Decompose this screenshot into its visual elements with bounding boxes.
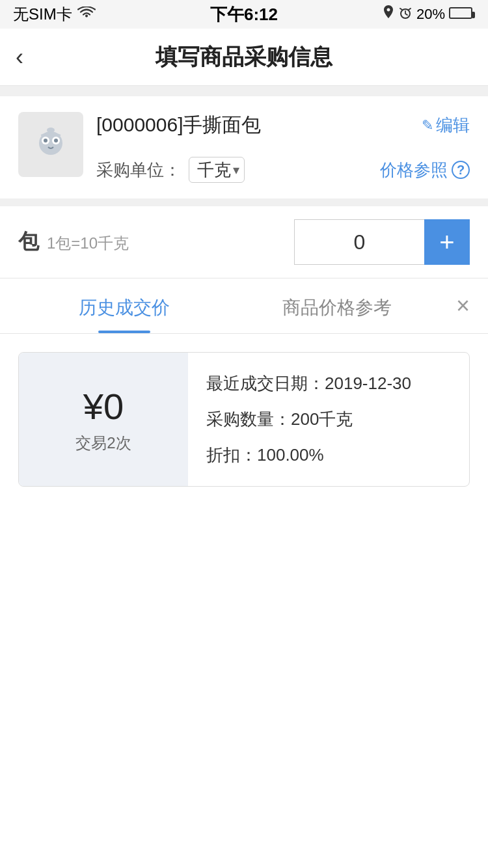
quantity-note: 1包=10千克	[47, 233, 129, 254]
product-unit-row: 采购单位： 千克 价格参照 ?	[96, 157, 470, 183]
tab-active-indicator	[98, 331, 150, 333]
unit-select-wrapper[interactable]: 千克	[189, 157, 245, 183]
tab-history-price-label: 历史成交价	[79, 297, 170, 318]
quantity-plus-button[interactable]: +	[424, 219, 470, 265]
alarm-icon	[398, 5, 413, 23]
bottom-spacer	[0, 505, 488, 868]
tab-product-price-ref-label: 商品价格参考	[282, 297, 392, 318]
history-date: 最近成交日期：2019-12-30	[206, 371, 451, 396]
product-header: [0000006]手撕面包 ✎ 编辑 采购单位： 千克 价格参照	[18, 112, 470, 183]
quantity-section: 包 1包=10千克 0 +	[0, 198, 488, 278]
status-left: 无SIM卡	[13, 4, 96, 25]
carrier-label: 无SIM卡	[13, 4, 72, 25]
price-ref-label: 价格参照	[380, 159, 448, 182]
tab-close-button[interactable]: ×	[443, 286, 470, 326]
status-bar: 无SIM卡 下午6:12 20%	[0, 0, 488, 29]
svg-point-4	[44, 139, 47, 142]
history-card: ¥0 交易2次 最近成交日期：2019-12-30 采购数量：200千克 折扣：…	[18, 352, 470, 487]
history-trades-count: 交易2次	[75, 433, 131, 454]
status-time: 下午6:12	[210, 3, 278, 26]
tabs-header: 历史成交价 商品价格参考 ×	[0, 278, 488, 334]
history-discount: 折扣：100.00%	[206, 442, 451, 468]
product-card: [0000006]手撕面包 ✎ 编辑 采购单位： 千克 价格参照	[0, 96, 488, 198]
edit-icon: ✎	[422, 117, 433, 134]
svg-point-5	[54, 139, 58, 142]
edit-label: 编辑	[436, 114, 470, 137]
history-right: 最近成交日期：2019-12-30 采购数量：200千克 折扣：100.00%	[188, 353, 469, 486]
unit-left: 采购单位： 千克	[96, 157, 245, 183]
svg-point-6	[47, 128, 55, 133]
tabs-section: 历史成交价 商品价格参考 × ¥0 交易2次 最近成交日期：2019-12-30…	[0, 278, 488, 505]
history-content: ¥0 交易2次 最近成交日期：2019-12-30 采购数量：200千克 折扣：…	[0, 334, 488, 505]
status-right: 20%	[383, 5, 475, 23]
tab-product-price-ref[interactable]: 商品价格参考	[230, 278, 442, 333]
quantity-input[interactable]: 0	[294, 219, 424, 265]
history-left: ¥0 交易2次	[19, 353, 188, 486]
product-name: [0000006]手撕面包	[96, 112, 261, 139]
unit-select[interactable]: 千克	[189, 157, 245, 183]
history-quantity: 采购数量：200千克	[206, 407, 451, 432]
location-icon	[383, 5, 394, 23]
price-ref-button[interactable]: 价格参照 ?	[380, 159, 470, 182]
wifi-icon	[77, 5, 96, 23]
back-button[interactable]: ‹	[16, 44, 23, 71]
unit-label: 采购单位：	[96, 159, 181, 182]
quantity-unit: 包	[18, 228, 39, 256]
product-info: [0000006]手撕面包 ✎ 编辑 采购单位： 千克 价格参照	[96, 112, 470, 183]
product-top-row: [0000006]手撕面包 ✎ 编辑	[96, 112, 470, 139]
history-price-value: ¥0	[83, 385, 124, 427]
battery-icon	[449, 6, 475, 23]
product-thumbnail	[18, 112, 83, 177]
tab-history-price[interactable]: 历史成交价	[18, 278, 230, 333]
product-thumb-icon	[31, 122, 70, 167]
help-icon: ?	[452, 161, 470, 179]
page-title: 填写商品采购信息	[156, 42, 332, 72]
battery-label: 20%	[416, 6, 445, 23]
quantity-label: 包 1包=10千克	[18, 228, 129, 256]
edit-button[interactable]: ✎ 编辑	[422, 114, 470, 137]
quantity-controls: 0 +	[294, 219, 470, 265]
nav-bar: ‹ 填写商品采购信息	[0, 29, 488, 86]
